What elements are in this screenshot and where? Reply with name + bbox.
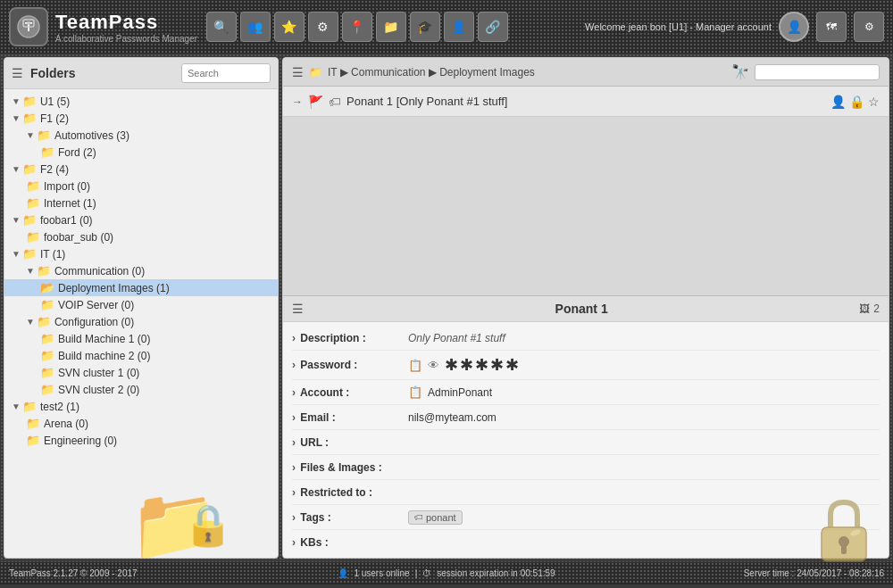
item-flag-icon: 🚩 — [308, 95, 323, 109]
detail-description-row: › Description : Only Ponant #1 stuff — [292, 326, 880, 351]
list-item[interactable]: 📁 Build Machine 1 (0) — [4, 330, 278, 347]
breadcrumb-path: IT ▶ Communication ▶ Deployment Images — [328, 66, 726, 79]
item-person-icon[interactable]: 👤 — [830, 95, 846, 109]
detail-account-row: › Account : 📋 AdminPonant — [292, 380, 880, 405]
item-action-icons: 👤 🔒 ☆ — [830, 95, 880, 109]
item-star-icon[interactable]: ☆ — [868, 95, 880, 109]
sidebar-menu-icon[interactable]: ☰ — [12, 66, 23, 80]
breadcrumb-folder-icon: 📁 — [309, 66, 322, 79]
footer-separator: | — [415, 568, 418, 578]
list-item[interactable]: 📁 SVN cluster 1 (0) — [4, 364, 278, 381]
content-area — [283, 117, 889, 295]
footer-copyright: TeamPass 2.1.27 © 2009 - 2017 — [9, 568, 297, 578]
header-gear-btn[interactable]: ⚙ — [854, 12, 884, 42]
detail-password-row: › Password : 📋 👁 ✱✱✱✱✱ — [292, 351, 880, 380]
header: T TeamPass A collaborative Passwords Man… — [0, 0, 893, 54]
sidebar-tree: ▼ 📁 U1 (5) ▼ 📁 F1 (2) ▼ 📁 Automotives (3… — [4, 89, 278, 558]
detail-files-row: › Files & Images : — [292, 455, 880, 480]
list-item[interactable]: ▼ 📁 IT (1) — [4, 245, 278, 262]
list-item[interactable]: ▼ 📁 Configuration (0) — [4, 313, 278, 330]
list-item[interactable]: ▼ 📁 foobar1 (0) — [4, 211, 278, 228]
detail-account-value: 📋 AdminPonant — [408, 385, 880, 399]
list-item[interactable]: 📁 Arena (0) — [4, 415, 278, 432]
footer: TeamPass 2.1.27 © 2009 - 2017 👤 1 users … — [0, 562, 893, 584]
footer-center: 👤 1 users online | ⏱ session expiration … — [303, 568, 591, 578]
password-dots: ✱✱✱✱✱ — [445, 355, 521, 375]
list-item[interactable]: ▼ 📁 Communication (0) — [4, 262, 278, 279]
detail-url-row: › URL : — [292, 430, 880, 455]
item-lock-icon[interactable]: 🔒 — [849, 95, 864, 109]
logo-icon: T — [9, 7, 48, 46]
list-item[interactable]: 📁 VOIP Server (0) — [4, 296, 278, 313]
main: ☰ Folders ▼ 📁 U1 (5) ▼ 📁 F1 (2) ▼ 📁 — [0, 54, 893, 562]
detail-email-label: › Email : — [292, 411, 408, 424]
sidebar-header: ☰ Folders — [4, 58, 278, 89]
detail-title: Ponant 1 — [311, 302, 852, 316]
list-item[interactable]: 📁 Internet (1) — [4, 195, 278, 211]
footer-person-icon: 👤 — [338, 568, 348, 578]
detail-kbs-row: › KBs : — [292, 530, 880, 555]
nav-settings-btn[interactable]: ⚙ — [308, 12, 338, 42]
right-panel: ☰ 📁 IT ▶ Communication ▶ Deployment Imag… — [282, 57, 889, 559]
avatar: 👤 — [779, 12, 809, 42]
detail-kbs-label: › KBs : — [292, 536, 408, 549]
sidebar: ☰ Folders ▼ 📁 U1 (5) ▼ 📁 F1 (2) ▼ 📁 — [4, 57, 279, 559]
detail-restricted-row: › Restricted to : — [292, 480, 880, 505]
breadcrumb-menu-icon[interactable]: ☰ — [292, 65, 304, 79]
header-map-btn[interactable]: 🗺 — [816, 12, 847, 42]
footer-server-time: Server time : 24/05/2017 - 08:28:16 — [596, 568, 884, 578]
breadcrumb-search-input[interactable] — [755, 64, 880, 80]
detail-image-icon: 🖼 — [859, 302, 870, 315]
list-item[interactable]: ▼ 📁 F1 (2) — [4, 110, 278, 127]
item-tag-icon: 🏷 — [329, 95, 341, 109]
item-row: → 🚩 🏷 Ponant 1 [Only Ponant #1 stuff] 👤 … — [283, 87, 889, 117]
list-item[interactable]: 📁 Import (0) — [4, 178, 278, 195]
logo-subtitle: A collaborative Passwords Manager — [55, 34, 197, 44]
detail-description-label: › Description : — [292, 332, 408, 344]
nav-icons: 🔍 👥 ⭐ ⚙ 📍 📁 🎓 👤 🔗 — [206, 12, 508, 42]
detail-count: 2 — [873, 302, 880, 315]
detail-body: › Description : Only Ponant #1 stuff › P… — [283, 322, 889, 558]
detail-description-value: Only Ponant #1 stuff — [408, 332, 880, 344]
list-item[interactable]: ▼ 📁 F2 (4) — [4, 161, 278, 178]
nav-folder-btn[interactable]: 📁 — [376, 12, 406, 42]
folder-decoration-icon: 📁 — [129, 483, 219, 558]
nav-link-btn[interactable]: 🔗 — [478, 12, 508, 42]
password-copy-icon[interactable]: 📋 — [408, 359, 422, 372]
detail-menu-icon[interactable]: ☰ — [292, 302, 304, 316]
password-eye-icon[interactable]: 👁 — [428, 359, 439, 372]
detail-tags-label: › Tags : — [292, 511, 408, 524]
item-title: Ponant 1 [Only Ponant #1 stuff] — [346, 95, 825, 108]
detail-files-label: › Files & Images : — [292, 461, 408, 474]
nav-person-btn[interactable]: 👤 — [444, 12, 474, 42]
list-item[interactable]: ▼ 📁 test2 (1) — [4, 398, 278, 415]
detail-tags-row: › Tags : 🏷 ponant — [292, 505, 880, 530]
tag-badge-ponant: 🏷 ponant — [408, 510, 463, 525]
logo-text-area: TeamPass A collaborative Passwords Manag… — [55, 11, 197, 44]
nav-cap-btn[interactable]: 🎓 — [410, 12, 440, 42]
list-item[interactable]: 📁 Build machine 2 (0) — [4, 347, 278, 364]
nav-search-btn[interactable]: 🔍 — [206, 12, 237, 42]
detail-password-value: 📋 👁 ✱✱✱✱✱ — [408, 355, 880, 375]
detail-count-area: 🖼 2 — [859, 302, 880, 315]
item-expand-arrow[interactable]: → — [292, 95, 303, 108]
nav-users-btn[interactable]: 👥 — [240, 12, 271, 42]
header-right: Welcome jean bon [U1] - Manager account … — [585, 12, 884, 42]
list-item-deployment-images[interactable]: 📂 Deployment Images (1) — [4, 279, 278, 296]
footer-clock-icon: ⏱ — [422, 568, 431, 578]
list-item[interactable]: ▼ 📁 Automotives (3) — [4, 127, 278, 144]
list-item[interactable]: 📁 Ford (2) — [4, 144, 278, 161]
breadcrumb-search-icon[interactable]: 🔭 — [731, 63, 749, 80]
list-item[interactable]: ▼ 📁 U1 (5) — [4, 93, 278, 110]
list-item[interactable]: 📁 Engineering (0) — [4, 432, 278, 449]
nav-pin-btn[interactable]: 📍 — [342, 12, 372, 42]
list-item[interactable]: 📁 SVN cluster 2 (0) — [4, 381, 278, 398]
nav-star-btn[interactable]: ⭐ — [274, 12, 305, 42]
list-item[interactable]: 📁 foobar_sub (0) — [4, 228, 278, 245]
logo-title: TeamPass — [55, 11, 197, 34]
account-copy-icon[interactable]: 📋 — [408, 385, 422, 399]
sidebar-search-input[interactable] — [181, 63, 271, 83]
detail-header: ☰ Ponant 1 🖼 2 — [283, 296, 889, 322]
detail-email-value: nils@myteam.com — [408, 411, 880, 424]
lock-decoration-icon: 🔒 — [183, 501, 233, 549]
